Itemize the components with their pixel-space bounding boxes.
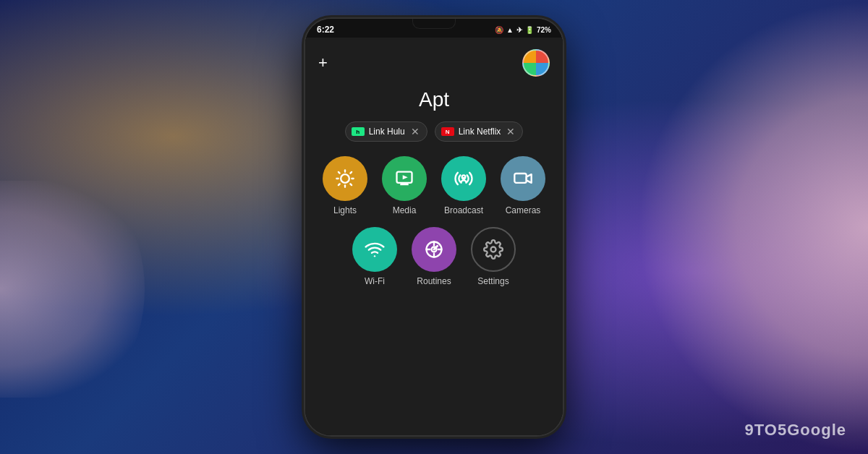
watermark: 9TO5Google [745,421,846,440]
media-icon-circle [382,156,427,201]
content-area: + Apt h Link Hulu ✕ N Link Netflix ✕ [305,38,563,435]
hand-right [637,0,868,454]
broadcast-icon-circle [441,156,486,201]
routines-label: Routines [417,276,451,286]
netflix-logo: N [441,127,454,136]
svg-point-20 [491,247,496,252]
wifi-item[interactable]: Wi-Fi [352,227,397,286]
mute-icon: 🔕 [495,26,503,34]
svg-line-3 [339,172,340,174]
chips-row: h Link Hulu ✕ N Link Netflix ✕ [345,121,524,142]
status-time: 6:22 [317,25,334,35]
status-icons: 🔕 ▲ ✈ 🔋 72% [495,26,551,34]
hulu-logo: h [352,127,365,136]
svg-point-16 [374,255,375,257]
svg-rect-14 [514,174,526,183]
status-bar: 6:22 🔕 ▲ ✈ 🔋 72% [305,19,563,38]
media-label: Media [393,205,417,215]
svg-line-8 [350,172,352,174]
icons-grid: Lights Media [323,156,545,286]
routines-item[interactable]: Routines [412,227,456,286]
chip-hulu-close[interactable]: ✕ [411,126,420,137]
wifi-label: Wi-Fi [365,276,385,286]
svg-point-13 [462,175,466,179]
icons-row-1: Lights Media [323,156,545,215]
broadcast-item[interactable]: Broadcast [441,156,486,215]
wifi-icon-circle [352,227,397,272]
svg-line-7 [339,184,340,185]
bulb-icon [335,168,355,189]
play-icon [394,168,414,189]
volume-button [563,149,564,185]
cameras-icon-circle [501,156,545,201]
media-item[interactable]: Media [382,156,427,215]
camera-icon [513,168,533,189]
battery-icon: 🔋 [525,26,534,34]
chip-netflix-label: Link Netflix [459,127,501,137]
svg-line-4 [350,184,352,185]
lights-label: Lights [333,205,357,215]
wifi-icon [365,239,385,260]
icons-row-2: Wi-Fi Routines [352,227,516,286]
page-title: Apt [419,88,449,111]
top-bar: + [305,45,563,81]
lights-icon-circle [323,156,367,201]
battery-percent: 72% [537,26,551,34]
broadcast-label: Broadcast [444,205,483,215]
svg-marker-10 [403,175,408,179]
settings-label: Settings [477,276,509,286]
broadcast-icon [454,168,474,189]
airplane-icon: ✈ [516,26,522,34]
settings-item[interactable]: Settings [471,227,516,286]
wifi-status-icon: ▲ [506,26,514,34]
phone: 6:22 🔕 ▲ ✈ 🔋 72% + [304,17,564,437]
cameras-item[interactable]: Cameras [501,156,545,215]
chip-netflix[interactable]: N Link Netflix ✕ [435,121,524,142]
settings-icon-circle [471,227,516,272]
chip-netflix-close[interactable]: ✕ [506,126,515,137]
svg-marker-15 [527,174,532,183]
chip-hulu-label: Link Hulu [369,127,405,137]
phone-body: 6:22 🔕 ▲ ✈ 🔋 72% + [304,17,564,437]
lights-item[interactable]: Lights [323,156,367,215]
chip-hulu[interactable]: h Link Hulu ✕ [345,121,427,142]
routines-icon [424,239,444,260]
screen: 6:22 🔕 ▲ ✈ 🔋 72% + [305,19,563,435]
routines-icon-circle [412,227,456,272]
add-button[interactable]: + [318,53,328,72]
gear-icon [483,239,503,260]
hand-left [0,181,145,398]
avatar[interactable] [522,49,550,77]
cameras-label: Cameras [506,205,541,215]
svg-point-0 [341,174,349,183]
